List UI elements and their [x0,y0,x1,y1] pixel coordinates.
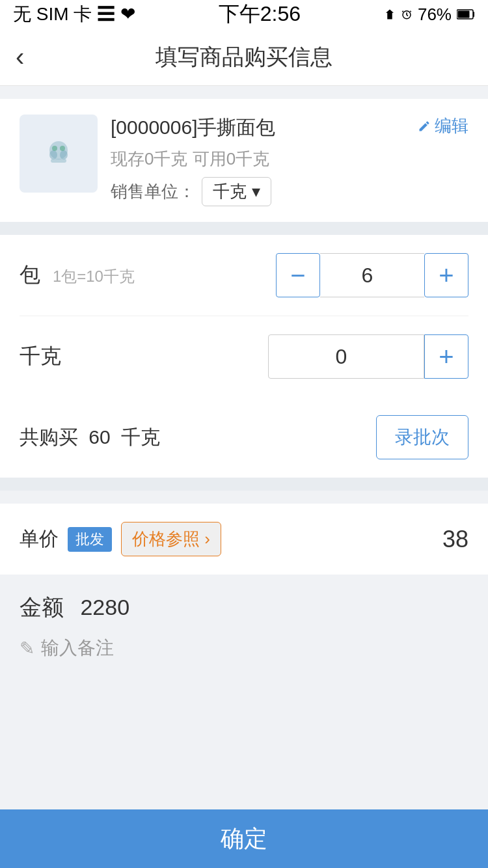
unit-value: 千克 [213,180,247,203]
chevron-down-icon: ▾ [252,182,260,202]
footer[interactable]: 确定 [0,809,488,868]
pencil-icon: ✎ [20,638,34,659]
svg-point-4 [49,150,57,159]
summary-text: 共购买 60 千克 [20,424,160,451]
svg-point-5 [60,150,68,159]
price-ref-button[interactable]: 价格参照 › [121,522,221,556]
package-minus-button[interactable]: − [276,253,320,297]
kilogram-qty-input[interactable] [268,334,424,379]
package-row: 包 1包=10千克 − + [20,235,468,316]
kilogram-plus-button[interactable]: + [424,334,468,379]
battery-percent: 76% [418,5,452,25]
kilogram-row: 千克 + [20,316,468,397]
svg-rect-8 [51,159,66,163]
edit-icon [418,120,431,133]
status-time: 下午2:56 [219,0,301,29]
price-label: 单价 批发 价格参照 › [20,522,221,556]
note-placeholder: 输入备注 [41,636,114,660]
confirm-button[interactable]: 确定 [221,823,267,855]
product-card: [0000006]手撕面包 现存0千克 可用0千克 销售单位： 千克 ▾ 编辑 [0,99,488,222]
svg-rect-2 [457,11,469,18]
summary-qty: 60 [88,426,110,448]
section-divider-1 [0,222,488,235]
unit-select[interactable]: 千克 ▾ [202,177,271,206]
package-qty-input[interactable] [320,253,424,297]
package-label: 包 1包=10千克 [20,261,276,290]
svg-point-7 [60,146,65,151]
kilogram-qty-control: + [268,334,468,379]
alarm-icon [401,8,413,20]
amount-section: 金额 2280 ✎ 输入备注 [0,575,488,679]
status-signal: 无 SIM 卡 ☰ ❤ [13,2,135,27]
edit-button[interactable]: 编辑 [418,115,468,137]
price-tag: 批发 [68,527,112,552]
package-qty-control: − + [276,253,468,297]
amount-row: 金额 2280 [20,593,468,623]
summary-section: 共购买 60 千克 录批次 [0,397,488,478]
svg-point-6 [52,146,57,151]
kilogram-label: 千克 [20,342,268,371]
status-battery: 76% [384,5,475,25]
product-stock: 现存0千克 可用0千克 [111,148,468,170]
price-section: 单价 批发 价格参照 › 38 [0,504,488,575]
section-divider-2 [0,478,488,491]
unit-label: 销售单位： [111,180,195,203]
note-row[interactable]: ✎ 输入备注 [20,636,468,660]
nav-bar: ‹ 填写商品购买信息 [0,29,488,86]
batch-button[interactable]: 录批次 [376,415,468,459]
battery-icon [457,9,475,20]
product-image [20,115,98,193]
product-info: [0000006]手撕面包 现存0千克 可用0千克 销售单位： 千克 ▾ [111,115,468,206]
price-value: 38 [442,526,468,553]
back-button[interactable]: ‹ [16,42,24,72]
status-bar: 无 SIM 卡 ☰ ❤ 下午2:56 76% [0,0,488,29]
product-name: [0000006]手撕面包 [111,115,468,141]
package-sublabel: 1包=10千克 [53,267,135,285]
product-logo [39,134,78,173]
page-title: 填写商品购买信息 [156,42,332,72]
product-unit-row: 销售单位： 千克 ▾ [111,177,468,206]
input-section: 包 1包=10千克 − + 千克 + [0,235,488,397]
package-plus-button[interactable]: + [424,253,468,297]
location-icon [384,8,396,20]
amount-value: 2280 [80,595,129,619]
